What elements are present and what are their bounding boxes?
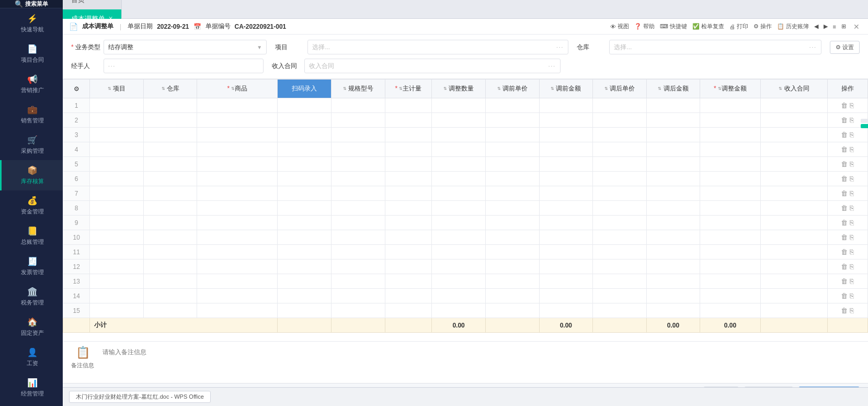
copy-icon-7[interactable]: ⎘ <box>850 189 854 197</box>
cell-4-2[interactable] <box>197 142 278 157</box>
cell-13-7[interactable] <box>485 274 539 289</box>
sidebar-item-fund-management[interactable]: 💰资金管理 <box>0 190 63 221</box>
cell-1-9[interactable] <box>593 98 647 113</box>
cell-6-11[interactable] <box>700 172 760 186</box>
cell-1-11[interactable] <box>700 98 760 113</box>
copy-icon-10[interactable]: ⎘ <box>850 233 854 241</box>
delete-icon-15[interactable]: 🗑 <box>841 307 848 314</box>
delete-icon-6[interactable]: 🗑 <box>841 175 848 183</box>
cell-9-10[interactable] <box>646 216 700 230</box>
delete-icon-14[interactable]: 🗑 <box>841 292 848 300</box>
cell-15-8[interactable] <box>539 303 593 318</box>
cell-1-8[interactable] <box>539 98 593 113</box>
cell-1-1[interactable] <box>143 98 197 113</box>
cell-10-4[interactable] <box>331 230 385 245</box>
cell-3-11[interactable] <box>700 128 760 142</box>
note-input[interactable] <box>100 346 860 377</box>
operation-btn[interactable]: ⚙ 操作 <box>753 22 772 30</box>
warehouse-input[interactable]: 选择... ··· <box>609 40 821 54</box>
cell-3-10[interactable] <box>646 128 700 142</box>
sidebar-item-sales-promotion[interactable]: 📢营销推广 <box>0 69 63 99</box>
cell-12-5[interactable] <box>385 260 432 274</box>
cell-10-6[interactable] <box>432 230 486 245</box>
delete-icon-11[interactable]: 🗑 <box>841 248 848 256</box>
cell-14-4[interactable] <box>331 289 385 303</box>
cell-5-12[interactable] <box>760 157 827 172</box>
cell-10-1[interactable] <box>143 230 197 245</box>
cell-2-2[interactable] <box>197 113 278 128</box>
cell-5-9[interactable] <box>593 157 647 172</box>
cell-13-6[interactable] <box>432 274 486 289</box>
cell-1-6[interactable] <box>432 98 486 113</box>
cell-10-2[interactable] <box>197 230 278 245</box>
cell-14-1[interactable] <box>143 289 197 303</box>
cell-12-7[interactable] <box>485 260 539 274</box>
cell-9-8[interactable] <box>539 216 593 230</box>
cell-6-2[interactable] <box>197 172 278 186</box>
sidebar-item-fixed-assets[interactable]: 🏠固定资产 <box>0 312 63 342</box>
copy-icon-11[interactable]: ⎘ <box>850 248 854 256</box>
cell-10-0[interactable] <box>90 230 144 245</box>
cell-12-2[interactable] <box>197 260 278 274</box>
cell-12-4[interactable] <box>331 260 385 274</box>
cell-6-4[interactable] <box>331 172 385 186</box>
cell-8-10[interactable] <box>646 201 700 216</box>
cell-6-5[interactable] <box>385 172 432 186</box>
calendar-icon[interactable]: 📅 <box>193 23 201 30</box>
cell-14-10[interactable] <box>646 289 700 303</box>
cell-6-3[interactable] <box>278 172 332 186</box>
tab-home[interactable]: 首页 <box>63 0 122 9</box>
cell-3-1[interactable] <box>143 128 197 142</box>
cell-15-2[interactable] <box>197 303 278 318</box>
sidebar-item-quick-nav[interactable]: ⚡快速导航 <box>0 8 63 39</box>
cell-5-8[interactable] <box>539 157 593 172</box>
cell-14-12[interactable] <box>760 289 827 303</box>
cell-1-2[interactable] <box>197 98 278 113</box>
cell-14-8[interactable] <box>539 289 593 303</box>
cell-2-11[interactable] <box>700 113 760 128</box>
cell-7-4[interactable] <box>331 186 385 201</box>
cell-4-8[interactable] <box>539 142 593 157</box>
cell-15-3[interactable] <box>278 303 332 318</box>
copy-icon-12[interactable]: ⎘ <box>850 263 854 270</box>
cell-5-11[interactable] <box>700 157 760 172</box>
cell-6-7[interactable] <box>485 172 539 186</box>
cell-15-7[interactable] <box>485 303 539 318</box>
cell-11-8[interactable] <box>539 245 593 260</box>
cell-1-12[interactable] <box>760 98 827 113</box>
cell-14-3[interactable] <box>278 289 332 303</box>
cell-4-11[interactable] <box>700 142 760 157</box>
cell-3-0[interactable] <box>90 128 144 142</box>
cell-3-5[interactable] <box>385 128 432 142</box>
cell-12-6[interactable] <box>432 260 486 274</box>
cell-10-3[interactable] <box>278 230 332 245</box>
cell-7-3[interactable] <box>278 186 332 201</box>
cell-6-9[interactable] <box>593 172 647 186</box>
view-list1[interactable]: ≡ <box>833 24 836 30</box>
nav-prev[interactable]: ◀ <box>814 23 818 30</box>
cell-14-9[interactable] <box>593 289 647 303</box>
cell-13-12[interactable] <box>760 274 827 289</box>
delete-icon-8[interactable]: 🗑 <box>841 204 848 212</box>
cell-5-5[interactable] <box>385 157 432 172</box>
cell-8-2[interactable] <box>197 201 278 216</box>
cell-9-12[interactable] <box>760 216 827 230</box>
cell-2-10[interactable] <box>646 113 700 128</box>
view-btn[interactable]: 👁 视图 <box>610 22 629 30</box>
sidebar-item-tax-management[interactable]: 🏛️税务管理 <box>0 281 63 312</box>
cell-10-7[interactable] <box>485 230 539 245</box>
cell-9-5[interactable] <box>385 216 432 230</box>
cell-14-6[interactable] <box>432 289 486 303</box>
handler-input[interactable]: ··· <box>104 59 264 73</box>
cell-11-12[interactable] <box>760 245 827 260</box>
cell-7-8[interactable] <box>539 186 593 201</box>
cell-15-0[interactable] <box>90 303 144 318</box>
cell-4-6[interactable] <box>432 142 486 157</box>
close-panel-btn[interactable]: ✕ <box>851 22 862 31</box>
delete-icon-3[interactable]: 🗑 <box>841 131 848 139</box>
cell-9-2[interactable] <box>197 216 278 230</box>
delete-icon-9[interactable]: 🗑 <box>841 219 848 227</box>
cell-15-11[interactable] <box>700 303 760 318</box>
cell-2-12[interactable] <box>760 113 827 128</box>
cell-8-12[interactable] <box>760 201 827 216</box>
